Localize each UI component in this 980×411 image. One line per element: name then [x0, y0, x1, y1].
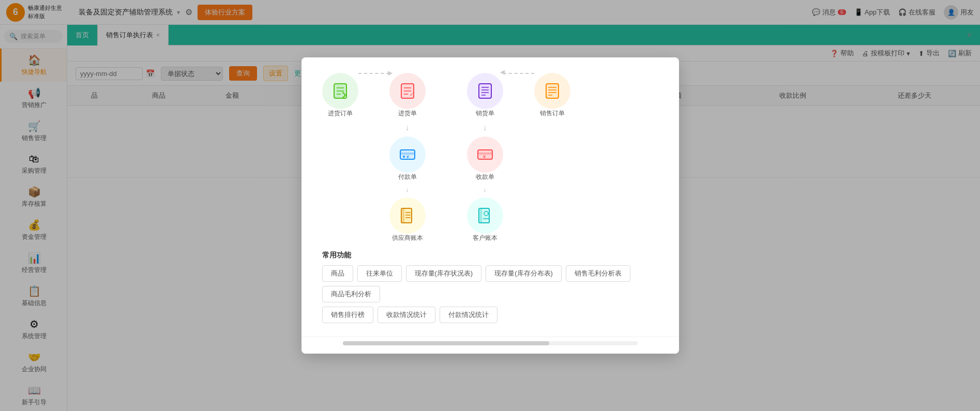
down-arrow-receipt: ↓ [467, 186, 503, 193]
supplier-account-circle [389, 197, 426, 234]
common-btn-product[interactable]: 商品 [322, 265, 353, 282]
flow-node-receipt: ¥ 收款单 [467, 136, 503, 181]
spacer-mid [426, 73, 467, 84]
svg-rect-11 [479, 84, 491, 98]
purchase-bill-circle: ✓ [389, 73, 426, 109]
modal-scrollbar-container [301, 337, 679, 354]
sale-order-label: 销售订单 [540, 109, 565, 118]
modal-overlay[interactable]: 进货订单 ▶ ✓ 进货单 [0, 0, 980, 411]
common-btn-partner[interactable]: 往来单位 [357, 265, 402, 282]
flow-node-sale-bill: 销货单 [467, 73, 503, 118]
arrow-1: ▶ [358, 73, 389, 85]
arrow-2: ▶ [503, 73, 534, 85]
svg-point-26 [403, 156, 405, 158]
purchase-bill-label: 进货单 [398, 109, 417, 118]
common-btn-sales-margin[interactable]: 销售毛利分析表 [566, 265, 630, 282]
common-buttons-row1: 商品 往来单位 现存量(库存状况表) 现存量(库存分布表) 销售毛利分析表 商品… [322, 265, 658, 302]
common-btn-payment-stats[interactable]: 付款情况统计 [440, 307, 497, 323]
common-functions-section: 常用功能 商品 往来单位 现存量(库存状况表) 现存量(库存分布表) 销售毛利分… [322, 251, 658, 323]
sale-bill-circle [467, 73, 503, 109]
down-arrow-purchase: ↓ [389, 123, 426, 132]
purchase-order-label: 进货订单 [328, 109, 353, 118]
svg-rect-40 [480, 208, 482, 223]
common-btn-receipt-stats[interactable]: 收款情况统计 [378, 307, 435, 323]
customer-account-circle [467, 197, 503, 234]
purchase-order-circle [322, 73, 358, 109]
flow-node-supplier-account: 供应商账本 [389, 197, 426, 242]
svg-text:✓: ✓ [410, 92, 414, 97]
payment-circle: ¥ [389, 136, 426, 173]
svg-text:¥: ¥ [483, 154, 486, 159]
down-arrow-payment: ↓ [389, 186, 426, 193]
flow-node-purchase-bill: ✓ 进货单 [389, 73, 426, 118]
common-btn-stock-dist[interactable]: 现存量(库存分布表) [486, 265, 562, 282]
receipt-circle: ¥ [467, 136, 503, 173]
supplier-account-label: 供应商账本 [392, 234, 423, 242]
common-btn-product-margin[interactable]: 商品毛利分析 [322, 286, 380, 302]
sale-bill-label: 销货单 [476, 109, 494, 118]
flow-modal: 进货订单 ▶ ✓ 进货单 [301, 57, 679, 354]
modal-scrollbar[interactable] [343, 341, 638, 345]
flow-node-sale-order: 销售订单 [534, 73, 570, 118]
common-btn-stock-status[interactable]: 现存量(库存状况表) [406, 265, 482, 282]
flow-node-customer-account: 客户账本 [467, 197, 503, 242]
common-btn-sales-rank[interactable]: 销售排行榜 [322, 307, 373, 323]
flow-node-purchase-order: 进货订单 [322, 73, 358, 118]
common-buttons-row2: 销售排行榜 收款情况统计 付款情况统计 [322, 307, 658, 323]
svg-text:¥: ¥ [406, 154, 410, 159]
svg-rect-17 [546, 84, 559, 98]
payment-label: 付款单 [398, 173, 417, 181]
customer-account-label: 客户账本 [473, 234, 497, 242]
flow-node-payment: ¥ 付款单 [389, 136, 426, 181]
svg-rect-34 [402, 208, 404, 223]
modal-scrollbar-thumb [343, 341, 549, 345]
receipt-label: 收款单 [476, 173, 494, 181]
common-functions-title: 常用功能 [322, 251, 658, 260]
sale-order-circle [534, 73, 570, 109]
down-arrow-sale: ↓ [467, 123, 503, 132]
